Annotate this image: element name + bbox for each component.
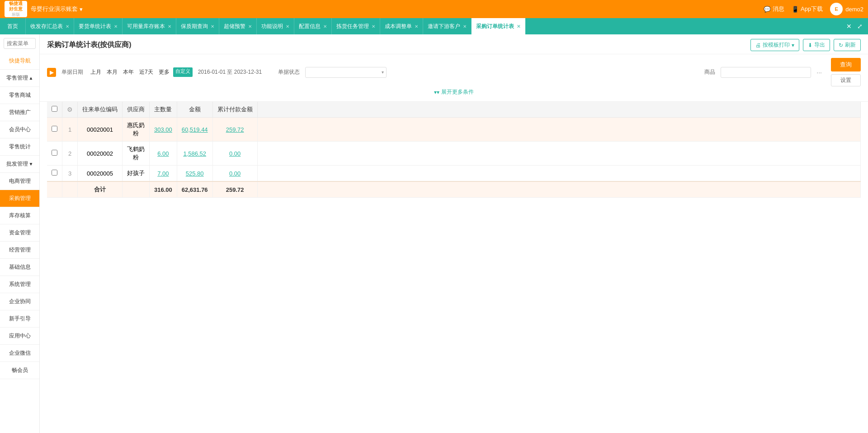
message-btn[interactable]: 💬 消息	[764, 5, 784, 13]
user-profile[interactable]: E demo2	[830, 3, 863, 15]
cell-paid-amount[interactable]: 0.00	[212, 166, 257, 182]
sidebar-item-purchase-mgmt[interactable]: 采购管理	[0, 190, 39, 207]
tab-receive-summary-close[interactable]: ✕	[66, 24, 69, 29]
app-download-btn[interactable]: 📱 App下载	[792, 5, 823, 13]
tab-available-stock-close[interactable]: ✕	[168, 24, 171, 29]
cell-main-qty[interactable]: 303.00	[150, 118, 177, 142]
row-checkbox[interactable]	[52, 126, 57, 132]
query-button[interactable]: 查询	[831, 58, 861, 71]
shortcut-this-month[interactable]: 本月	[105, 67, 119, 77]
tab-close-btn[interactable]: ✕	[844, 22, 854, 31]
cell-extra	[257, 166, 860, 182]
page-title: 采购订单统计表(按供应商)	[47, 40, 132, 50]
export-icon: ⬇	[808, 42, 812, 48]
shortcut-7days[interactable]: 近7天	[137, 67, 155, 77]
th-main-qty: 主数量	[150, 102, 177, 118]
sidebar-item-member[interactable]: 畅会员	[0, 362, 39, 379]
status-select[interactable]	[305, 67, 387, 78]
tab-goods-stats[interactable]: 要货单统计表 ✕	[74, 18, 123, 34]
sidebar-item-ecommerce-mgmt[interactable]: 电商管理	[0, 173, 39, 190]
shortcut-this-year[interactable]: 本年	[121, 67, 136, 77]
search-input[interactable]	[4, 38, 36, 49]
tab-invite-downstream-label: 邀请下游客户	[428, 23, 460, 30]
tab-config-info-label: 配置信息	[299, 23, 321, 30]
sidebar-item-inventory[interactable]: 库存核算	[0, 207, 39, 224]
logo: 畅捷通好生意标版	[5, 1, 27, 17]
sidebar-item-marketing[interactable]: 营销推广	[0, 104, 39, 121]
sidebar-item-finance[interactable]: 资金管理	[0, 224, 39, 242]
sidebar-item-app-center[interactable]: 应用中心	[0, 328, 39, 345]
select-all-checkbox[interactable]	[52, 106, 57, 112]
sidebar-item-retail-store[interactable]: 零售商城	[0, 87, 39, 104]
sidebar-item-enterprise-coop[interactable]: 企业协同	[0, 293, 39, 310]
footer-main-qty: 316.00	[150, 181, 177, 198]
sidebar-item-enterprise-wechat[interactable]: 企业微信	[0, 345, 39, 362]
tab-function-desc[interactable]: 功能说明 ✕	[257, 18, 294, 34]
tab-home[interactable]: 首页	[0, 18, 26, 34]
tab-purchase-stats[interactable]: 采购订单统计表 ✕	[472, 18, 525, 34]
expand-btn[interactable]: ▾▾ 展开更多条件	[434, 88, 474, 96]
cell-amount[interactable]: 60,519.44	[177, 118, 212, 142]
goods-more-btn[interactable]: ···	[816, 69, 822, 76]
tab-purchase-stats-close[interactable]: ✕	[517, 24, 520, 29]
sidebar-item-wholesale-mgmt[interactable]: 批发管理 ▼	[0, 156, 39, 173]
table-row: 2 00020002 飞鹤奶粉 6.00 1,586.52 0.00	[47, 142, 861, 166]
th-supplier: 供应商	[123, 102, 150, 118]
sidebar-item-retail-stats[interactable]: 零售统计	[0, 138, 39, 156]
tab-cost-adjust[interactable]: 成本调整单 ✕	[380, 18, 423, 34]
shortcut-last-month[interactable]: 上月	[89, 67, 103, 77]
tab-goods-stats-close[interactable]: ✕	[114, 24, 118, 29]
tab-overstock-warning-close[interactable]: ✕	[248, 24, 252, 29]
goods-input[interactable]	[721, 67, 811, 78]
footer-amount: 62,631.76	[177, 181, 212, 198]
sidebar-item-member-center[interactable]: 会员中心	[0, 121, 39, 138]
filter-toggle-btn[interactable]: ▶	[47, 68, 56, 77]
tab-expiry-query[interactable]: 保质期查询 ✕	[176, 18, 219, 34]
cell-amount[interactable]: 1,586.52	[177, 142, 212, 166]
tab-purchase-stats-label: 采购订单统计表	[476, 23, 514, 30]
sidebar-item-quick-nav[interactable]: 快捷导航	[0, 52, 39, 70]
tab-available-stock[interactable]: 可用量库存账本 ✕	[123, 18, 176, 34]
sidebar-item-retail-mgmt[interactable]: 零售管理 ▲	[0, 70, 39, 87]
cell-paid-amount[interactable]: 0.00	[212, 142, 257, 166]
cell-checkbox	[47, 142, 62, 166]
tab-cost-adjust-close[interactable]: ✕	[415, 24, 418, 29]
tab-overstock-warning[interactable]: 超储预警 ✕	[219, 18, 257, 34]
tab-invite-downstream-close[interactable]: ✕	[463, 24, 467, 29]
row-checkbox[interactable]	[52, 150, 57, 156]
print-button[interactable]: 🖨 按模板打印 ▾	[750, 39, 799, 51]
refresh-button[interactable]: ↻ 刷新	[834, 39, 861, 51]
mobile-icon: 📱	[792, 6, 799, 13]
tab-receive-summary[interactable]: 收发存汇总表 ✕	[26, 18, 74, 34]
sidebar-item-basic-info[interactable]: 基础信息	[0, 259, 39, 276]
th-settings[interactable]: ⚙	[62, 102, 78, 118]
cell-main-qty[interactable]: 7.00	[150, 166, 177, 182]
cell-amount[interactable]: 525.80	[177, 166, 212, 182]
sidebar-item-operations[interactable]: 经营管理	[0, 242, 39, 259]
settings-button[interactable]: 设置	[831, 74, 861, 86]
tab-picking-task-close[interactable]: ✕	[372, 24, 375, 29]
th-amount: 金额	[177, 102, 212, 118]
tab-goods-stats-label: 要货单统计表	[79, 23, 111, 30]
sidebar-item-system-mgmt[interactable]: 系统管理	[0, 276, 39, 293]
cell-main-qty[interactable]: 6.00	[150, 142, 177, 166]
tab-invite-downstream[interactable]: 邀请下游客户 ✕	[423, 18, 472, 34]
tab-function-desc-label: 功能说明	[261, 23, 283, 30]
tab-expand-btn[interactable]: ⤢	[855, 22, 864, 31]
table-container: ⚙ 往来单位编码 供应商 主数量 金额 累计付款金额 1 00020001 惠氏…	[40, 102, 868, 433]
tab-cost-adjust-label: 成本调整单	[385, 23, 412, 30]
tab-function-desc-close[interactable]: ✕	[286, 24, 289, 29]
cell-paid-amount[interactable]: 259.72	[212, 118, 257, 142]
row-checkbox[interactable]	[52, 170, 57, 176]
data-table: ⚙ 往来单位编码 供应商 主数量 金额 累计付款金额 1 00020001 惠氏…	[47, 102, 861, 198]
tab-expiry-query-close[interactable]: ✕	[211, 24, 214, 29]
tab-config-info[interactable]: 配置信息 ✕	[294, 18, 332, 34]
sidebar-item-new-guide[interactable]: 新手引导	[0, 310, 39, 328]
workspace-selector[interactable]: 母婴行业演示账套 ▾	[31, 5, 83, 13]
page-header: 采购订单统计表(按供应商) 🖨 按模板打印 ▾ ⬇ 导出 ↻ 刷新	[40, 34, 868, 54]
tab-picking-task[interactable]: 拣货任务管理 ✕	[332, 18, 380, 34]
export-button[interactable]: ⬇ 导出	[803, 39, 830, 51]
shortcut-more[interactable]: 更多	[157, 67, 171, 77]
cell-checkbox	[47, 166, 62, 182]
tab-config-info-close[interactable]: ✕	[323, 24, 327, 29]
